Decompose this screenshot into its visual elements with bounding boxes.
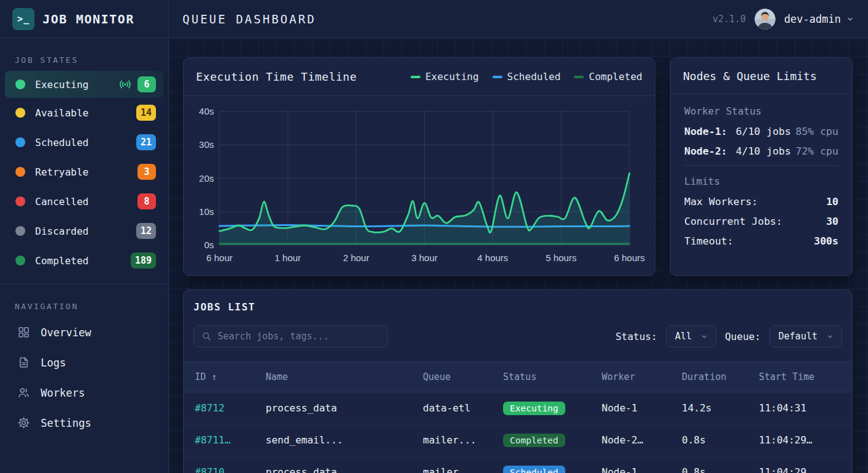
search-input[interactable] <box>218 331 380 342</box>
legend-item-scheduled[interactable]: Scheduled <box>493 71 561 83</box>
sidebar: JOB STATES Executing 6 Available 14 Sche… <box>0 38 168 473</box>
svg-text:5 hours: 5 hours <box>546 253 576 263</box>
document-icon <box>17 356 30 369</box>
sidebar-item-logs[interactable]: Logs <box>0 347 168 378</box>
status-badge: Scheduled <box>503 466 565 473</box>
legend-item-executing[interactable]: Executing <box>411 71 479 83</box>
sidebar-item-settings[interactable]: Settings <box>0 408 168 438</box>
count-badge: 12 <box>136 223 156 239</box>
limit-value: 30 <box>826 216 838 227</box>
job-name: process_data <box>266 402 423 414</box>
filters: Status: All Queue: Default <box>615 325 842 347</box>
table-row[interactable]: #8710 process_data mailer Scheduled Node… <box>184 456 852 473</box>
state-label: Available <box>35 107 136 119</box>
legend-swatch <box>493 76 502 78</box>
count-badge: 6 <box>137 76 156 92</box>
status-dot <box>15 167 25 177</box>
status-dot <box>15 137 25 147</box>
node-name: Node-1: <box>684 126 727 137</box>
version-label: v2.1.0 <box>713 14 746 25</box>
chevron-down-icon <box>700 333 708 341</box>
search-icon <box>202 331 211 341</box>
svg-text:6 hours: 6 hours <box>614 253 645 263</box>
app-root: >_ JOB MONITOR QUEUE DASHBOARD v2.1.0 <box>0 0 868 473</box>
status-dot <box>15 256 25 265</box>
job-name: process_data <box>266 466 423 473</box>
table-row[interactable]: #8711… send_email... mailer... Completed… <box>184 424 852 456</box>
sidebar-border <box>168 0 169 473</box>
job-id-link[interactable]: #8711… <box>195 434 266 446</box>
nav-label: Workers <box>41 387 85 399</box>
nodes-card-body: Worker Status Node-1: 6/10 jobs 85% cpu … <box>671 94 852 247</box>
job-id-link[interactable]: #8712 <box>195 402 266 414</box>
page-title: QUEUE DASHBOARD <box>182 12 316 26</box>
limit-concurrent-jobs: Concurrent Jobs: 30 <box>684 216 838 227</box>
timeline-title: Execution Time Timeline <box>196 70 411 83</box>
status-filter-select[interactable]: All <box>666 325 716 347</box>
jobs-table: ID ↑ Name Queue Status Worker Duration S… <box>184 362 852 473</box>
limit-max-workers: Max Workers: 10 <box>684 196 838 208</box>
job-duration: 14.2s <box>682 402 759 414</box>
count-badge: 8 <box>137 193 156 209</box>
column-header-worker[interactable]: Worker <box>602 371 682 382</box>
user-name: dev-admin <box>784 13 841 25</box>
broadcast-icon <box>118 78 132 91</box>
job-start-time: 11:04:29 <box>759 466 852 473</box>
status-filter-label: Status: <box>615 331 657 342</box>
user-menu[interactable]: dev-admin <box>784 13 854 25</box>
node-name: Node-2: <box>684 145 727 157</box>
job-name: send_email... <box>266 434 423 446</box>
topbar-right: v2.1.0 dev-admin <box>713 9 854 30</box>
sidebar-state-scheduled[interactable]: Scheduled 21 <box>0 127 168 157</box>
state-label: Executing <box>35 79 118 91</box>
sidebar-state-completed[interactable]: Completed 189 <box>0 246 168 275</box>
node-jobs: 4/10 jobs <box>736 145 791 157</box>
job-start-time: 11:04:31 <box>759 402 852 414</box>
job-id-link[interactable]: #8710 <box>195 466 266 473</box>
svg-text:1 hour: 1 hour <box>275 253 301 263</box>
job-states-heading: JOB STATES <box>0 38 168 71</box>
queue-filter-select[interactable]: Default <box>769 325 842 347</box>
limit-label: Timeout: <box>684 235 733 247</box>
navigation-heading: NAVIGATION <box>0 285 168 317</box>
job-queue: data-etl <box>423 402 503 414</box>
sidebar-state-retryable[interactable]: Retryable 3 <box>0 157 168 187</box>
svg-text:0s: 0s <box>204 240 214 250</box>
top-bar: >_ JOB MONITOR QUEUE DASHBOARD v2.1.0 <box>0 0 868 38</box>
column-header-name[interactable]: Name <box>266 371 423 382</box>
column-header-duration[interactable]: Duration <box>682 371 759 382</box>
column-header-start-time[interactable]: Start Time <box>759 371 852 382</box>
legend-label: Completed <box>589 71 642 83</box>
chevron-down-icon <box>826 333 834 341</box>
jobs-list-card: JOBS LIST Status: All Queue: Default <box>183 289 853 473</box>
sidebar-state-discarded[interactable]: Discarded 12 <box>0 216 168 246</box>
svg-text:6 hour: 6 hour <box>207 253 233 263</box>
brand-name: JOB MONITOR <box>43 12 134 26</box>
nav-label: Overview <box>41 326 91 339</box>
sidebar-state-cancelled[interactable]: Cancelled 8 <box>0 187 168 216</box>
status-badge: Completed <box>503 434 565 447</box>
job-start-time: 11:04:29… <box>759 434 852 446</box>
table-row[interactable]: #8712 process_data data-etl Executing No… <box>184 392 852 424</box>
job-status: Scheduled <box>503 466 602 473</box>
legend-item-completed[interactable]: Completed <box>574 71 642 83</box>
limit-label: Concurrent Jobs: <box>684 216 782 227</box>
column-header-status[interactable]: Status <box>503 371 602 382</box>
avatar[interactable] <box>755 9 776 30</box>
sidebar-state-executing[interactable]: Executing 6 <box>5 71 163 98</box>
execution-timeline-card: Execution Time Timeline Executing Schedu… <box>183 57 655 276</box>
sidebar-item-overview[interactable]: Overview <box>0 317 168 347</box>
column-header-id[interactable]: ID ↑ <box>195 371 266 382</box>
job-queue: mailer <box>423 466 503 473</box>
users-icon <box>17 386 30 399</box>
column-header-queue[interactable]: Queue <box>423 371 503 382</box>
timeline-chart-svg: 0s10s20s30s40s6 hour1 hour2 hour3 hour4 … <box>184 96 655 275</box>
state-label: Scheduled <box>35 137 136 148</box>
sidebar-item-workers[interactable]: Workers <box>0 378 168 408</box>
sidebar-state-available[interactable]: Available 14 <box>0 98 168 127</box>
worker-status-heading: Worker Status <box>684 105 838 117</box>
job-duration: 0.8s <box>682 434 759 446</box>
node-cpu: 85% cpu <box>795 126 838 137</box>
svg-text:2 hour: 2 hour <box>343 253 369 263</box>
avatar-image <box>755 9 776 30</box>
